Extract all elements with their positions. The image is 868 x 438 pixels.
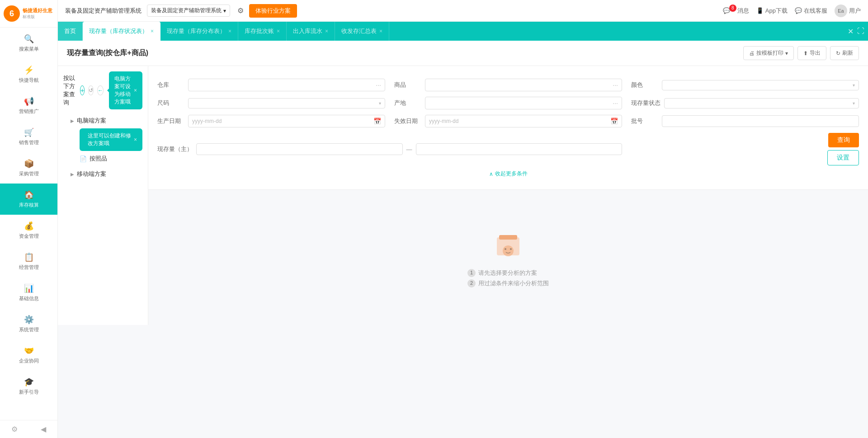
warehouse-select[interactable]: ··· — [188, 79, 385, 91]
empty-tip-2-text: 用过滤条件来缩小分析范围 — [478, 278, 549, 288]
sidebar-nav: 🔍 搜索菜单 ⚡ 快捷导航 📢 营销推广 🛒 销售管理 📦 采购管理 🏠 库存核… — [0, 28, 57, 420]
tab-batch-account-close[interactable]: × — [277, 28, 280, 34]
inventory-main-start[interactable] — [196, 143, 403, 155]
sidebar-item-marketing[interactable]: 📢 营销推广 — [0, 90, 57, 121]
tab-inout-flow-label: 出入库流水 — [293, 27, 322, 35]
tabbar-close-all[interactable]: ✕ — [848, 27, 854, 36]
filter-header: 按以下方案查询 + ↺ ← 电脑方案可设为移动方案哦 × — [63, 71, 142, 109]
commodity-dots[interactable]: ··· — [613, 81, 618, 89]
tab-inventory-status-close[interactable]: × — [151, 28, 154, 34]
expiry-date-label: 失效日期 — [394, 117, 421, 125]
sidebar-item-sales[interactable]: 🛒 销售管理 — [0, 121, 57, 152]
user-item[interactable]: Ea 用户 — [835, 5, 861, 17]
sidebar-item-enterprise[interactable]: 🤝 企业协同 — [0, 339, 57, 371]
expiry-date-start[interactable]: yyyy-mm-dd 📅 — [425, 115, 622, 127]
topbar-system-select[interactable]: 装备及固定资产辅助管理系统 ▾ — [147, 5, 230, 17]
scheme-desktop[interactable]: ▶ 电脑端方案 — [71, 115, 142, 127]
tab-inventory-dist[interactable]: 现存量（库存分布表） × — [160, 22, 238, 41]
tab-inventory-status[interactable]: 现存量（库存状况表） × — [83, 22, 160, 41]
scheme-mobile[interactable]: ▶ 移动端方案 — [71, 168, 142, 180]
tab-inventory-dist-close[interactable]: × — [228, 28, 231, 34]
reset-button[interactable]: 设置 — [827, 150, 859, 165]
left-scheme-panel: 按以下方案查询 + ↺ ← 电脑方案可设为移动方案哦 × ▶ 电脑端方案 — [58, 66, 148, 325]
topbar-gear-icon[interactable]: ⚙ — [237, 6, 244, 15]
collapse-label: 收起更多条件 — [495, 170, 528, 178]
warehouse-label: 仓库 — [157, 81, 184, 89]
size-select[interactable]: ▾ — [188, 98, 385, 108]
filter-row-batch: 批号 — [631, 115, 859, 127]
finance-icon: 💰 — [24, 221, 34, 231]
refresh-button[interactable]: ↻ 刷新 — [830, 46, 859, 60]
inventory-main-end[interactable] — [416, 143, 623, 155]
inventory-status-label: 现存量状态 — [631, 99, 660, 107]
inventory-status-select[interactable]: ▾ — [664, 98, 859, 108]
sidebar-item-quicknav[interactable]: ⚡ 快捷导航 — [0, 59, 57, 90]
tab-home[interactable]: 首页 — [58, 22, 83, 41]
sidebar-item-operation[interactable]: 📋 经营管理 — [0, 246, 57, 277]
tab-batch-account[interactable]: 库存批次账 × — [238, 22, 287, 41]
batch-input[interactable] — [662, 115, 859, 127]
topbar-system-title: 装备及固定资产辅助管理系统 — [65, 7, 142, 15]
settings-footer-btn[interactable]: ⚙ — [11, 425, 18, 433]
filter-row-production-date: 生产日期 yyyy-mm-dd 📅 — [157, 115, 385, 127]
sidebar-item-system[interactable]: ⚙️ 系统管理 — [0, 308, 57, 339]
scheme-desktop-item-anzhaoping[interactable]: 📄 按照品 — [80, 153, 142, 165]
search-button[interactable]: 查询 — [828, 133, 859, 147]
sidebar-item-purchase[interactable]: 📦 采购管理 — [0, 152, 57, 184]
size-label: 尺码 — [157, 99, 184, 107]
tab-inventory-status-label: 现存量（库存状况表） — [89, 27, 148, 35]
commodity-select[interactable]: ··· — [425, 79, 622, 91]
app-download-item[interactable]: 📱 App下载 — [756, 7, 788, 15]
tabbar-maximize[interactable]: ⛶ — [857, 27, 864, 35]
refresh-icon: ↻ — [836, 50, 840, 57]
tab-collection-summary[interactable]: 收发存汇总表 × — [335, 22, 389, 41]
sidebar-item-finance[interactable]: 💰 资金管理 — [0, 215, 57, 246]
sidebar-item-guide-label: 新手引导 — [19, 389, 39, 396]
refresh-scheme-button[interactable]: ↺ — [88, 85, 94, 95]
sidebar-item-inventory-label: 库存核算 — [19, 202, 39, 208]
tab-inout-flow-close[interactable]: × — [325, 28, 328, 34]
origin-select[interactable]: ··· — [425, 97, 622, 109]
sidebar-item-finance-label: 资金管理 — [19, 233, 39, 240]
tooltip-2-close[interactable]: × — [134, 137, 137, 143]
color-select[interactable]: ▾ — [662, 80, 859, 90]
messages-label: 消息 — [737, 7, 749, 15]
collapse-more-button[interactable]: ∧ 收起更多条件 — [157, 165, 859, 182]
collapse-footer-btn[interactable]: ◀ — [41, 425, 46, 433]
sidebar-item-search[interactable]: 🔍 搜索菜单 — [0, 28, 57, 59]
export-button[interactable]: ⬆ 导出 — [797, 46, 826, 60]
messages-item[interactable]: 💬 8 消息 — [723, 7, 749, 15]
empty-tip-2: 2 用过滤条件来缩小分析范围 — [467, 278, 549, 288]
print-button[interactable]: 🖨 按模板打印 ▾ — [743, 46, 794, 60]
production-date-start[interactable]: yyyy-mm-dd 📅 — [188, 115, 385, 127]
scheme-item-icon: 📄 — [80, 155, 87, 162]
sidebar-item-marketing-label: 营销推广 — [19, 108, 39, 115]
print-arrow: ▾ — [785, 50, 788, 57]
tooltip-1-close[interactable]: × — [134, 87, 137, 94]
online-service-item[interactable]: 💬 在线客服 — [795, 7, 827, 15]
svg-point-4 — [510, 248, 512, 250]
sidebar-item-basic[interactable]: 📊 基础信息 — [0, 277, 57, 308]
sidebar-item-guide[interactable]: 🎓 新手引导 — [0, 371, 57, 402]
trial-button[interactable]: 体验行业方案 — [249, 4, 297, 18]
topbar-right: 💬 8 消息 📱 App下载 💬 在线客服 Ea 用户 — [723, 5, 861, 17]
tooltip-bubble-2: 这里可以创建和修改方案哦 × — [80, 128, 142, 151]
topbar: 装备及固定资产辅助管理系统 装备及固定资产辅助管理系统 ▾ ⚙ 体验行业方案 💬… — [58, 0, 868, 22]
svg-point-2 — [503, 245, 514, 256]
sidebar-item-quicknav-label: 快捷导航 — [19, 77, 39, 84]
sidebar-logo: 6 畅捷通好生意 标准版 — [0, 0, 57, 28]
online-service-label: 在线客服 — [804, 7, 827, 15]
add-scheme-button[interactable]: + — [80, 85, 85, 95]
sidebar-footer: ⚙ ◀ — [0, 420, 57, 438]
desktop-scheme-label: 电脑端方案 — [77, 117, 106, 125]
system-icon: ⚙️ — [24, 315, 34, 325]
warehouse-dots[interactable]: ··· — [376, 81, 381, 89]
tab-collection-summary-close[interactable]: × — [379, 28, 382, 34]
sidebar-item-inventory[interactable]: 🏠 库存核算 — [0, 184, 57, 215]
user-avatar: Ea — [835, 5, 847, 17]
filter-row-expiry-date: 失效日期 yyyy-mm-dd 📅 — [394, 115, 622, 127]
filter-panel: 仓库 ··· 商品 ··· — [148, 66, 868, 190]
origin-dots[interactable]: ··· — [613, 99, 618, 107]
tab-inout-flow[interactable]: 出入库流水 × — [287, 22, 335, 41]
back-scheme-button[interactable]: ← — [97, 85, 104, 95]
